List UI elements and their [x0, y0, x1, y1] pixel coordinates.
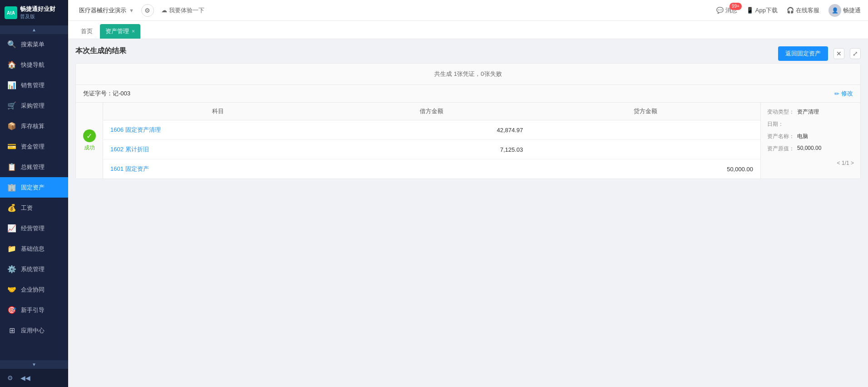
change-type-value: 资产清理 — [797, 108, 819, 116]
credit-2: 50,000.00 — [531, 159, 760, 179]
sidebar-item-label: 新手引导 — [21, 306, 45, 314]
sidebar-item-payroll[interactable]: 💰 工资 — [0, 198, 68, 218]
messages-button[interactable]: 💬 消息 99+ — [716, 6, 737, 15]
scroll-up-arrow[interactable]: ▲ — [0, 25, 68, 34]
side-pagination: < 1/1 > — [767, 160, 854, 166]
sidebar-item-base-info[interactable]: 📁 基础信息 — [0, 238, 68, 259]
tab-home[interactable]: 首页 — [75, 24, 98, 39]
table-row: 1606 固定资产清理 42,874.97 — [103, 120, 760, 140]
success-indicator: ✓ 成功 — [76, 103, 103, 179]
content-area: 本次生成的结果 返回固定资产 ✕ ⤢ 共生成 1张凭证，0张失败 凭证字号：记-… — [68, 39, 868, 387]
support-button[interactable]: 🎧 在线客服 — [787, 6, 819, 15]
sidebar-collapse-icon[interactable]: ◀◀ — [20, 374, 30, 382]
target-icon: 🎯 — [7, 306, 16, 314]
sidebar-item-label: 经营管理 — [21, 224, 45, 233]
subject-link-1[interactable]: 1602 累计折旧 — [110, 146, 149, 153]
tab-home-label: 首页 — [81, 27, 93, 35]
topbar: 医疗器械行业演示 ▼ ⚙ ☁ 我要体验一下 💬 消息 99+ 📱 App下载 🎧… — [68, 0, 868, 21]
trend-icon: 📈 — [7, 224, 16, 233]
result-summary: 共生成 1张凭证，0张失败 — [76, 64, 860, 85]
sidebar-item-ledger[interactable]: 📋 总账管理 — [0, 157, 68, 177]
sidebar-item-enterprise[interactable]: 🤝 企业协同 — [0, 279, 68, 300]
experience-text: 我要体验一下 — [169, 6, 204, 15]
side-asset-name: 资产名称： 电脑 — [767, 133, 854, 140]
next-icon[interactable]: > — [851, 160, 854, 166]
username-label: 畅捷通 — [843, 6, 861, 15]
sidebar-item-label: 快捷导航 — [21, 61, 45, 69]
voucher-main: ✓ 成功 科目 借方金额 贷方金额 — [76, 103, 760, 179]
user-menu[interactable]: 👤 畅捷通 — [828, 4, 861, 17]
col-header-subject: 科目 — [103, 103, 333, 120]
success-text: 成功 — [84, 144, 95, 152]
result-card: 共生成 1张凭证，0张失败 凭证字号：记-003 ✏ 修改 ✓ — [75, 63, 861, 179]
sidebar-item-label: 企业协同 — [21, 286, 45, 294]
sidebar-item-fixed-assets[interactable]: 🏢 固定资产 — [0, 177, 68, 198]
edit-label: 修改 — [841, 89, 853, 98]
cloud-icon: ☁ — [161, 7, 167, 14]
debit-1: 7,125.03 — [333, 140, 530, 159]
sidebar-item-label: 库存核算 — [21, 122, 45, 130]
debit-0: 42,874.97 — [333, 120, 530, 140]
sidebar-item-finance[interactable]: 💳 资金管理 — [0, 136, 68, 157]
search-icon: 🔍 — [7, 40, 16, 49]
headset-icon: 🎧 — [787, 7, 794, 14]
credit-1 — [531, 140, 760, 159]
subject-link-2[interactable]: 1601 固定资产 — [110, 165, 149, 172]
side-change-type: 变动类型： 资产清理 — [767, 108, 854, 116]
sidebar: AtA 畅捷通好业财 普及版 ▲ 🔍 搜索菜单 🏠 快捷导航 📊 销售管理 🛒 … — [0, 0, 68, 387]
table-row: 1601 固定资产 50,000.00 — [103, 159, 760, 179]
sidebar-item-guide[interactable]: 🎯 新手引导 — [0, 300, 68, 320]
sidebar-settings-icon[interactable]: ⚙ — [7, 374, 13, 382]
success-badge: ✓ 成功 — [83, 129, 96, 152]
sidebar-item-search[interactable]: 🔍 搜索菜单 — [0, 34, 68, 55]
card-icon: 💳 — [7, 142, 16, 151]
clipboard-icon: 📋 — [7, 163, 16, 171]
chevron-up-icon: ▲ — [32, 27, 36, 32]
tab-bar: 首页 资产管理 × — [68, 21, 868, 39]
topbar-settings-button[interactable]: ⚙ — [141, 4, 154, 17]
company-selector[interactable]: 医疗器械行业演示 ▼ — [75, 5, 138, 16]
sidebar-item-purchase[interactable]: 🛒 采购管理 — [0, 95, 68, 116]
tab-close-icon[interactable]: × — [132, 28, 135, 35]
voucher-table-wrapper: 科目 借方金额 贷方金额 1606 固定资产清理 — [103, 103, 760, 179]
edit-button[interactable]: ✏ 修改 — [834, 89, 853, 98]
scroll-down-arrow[interactable]: ▼ — [0, 360, 68, 369]
money-icon: 💰 — [7, 203, 16, 212]
sidebar-item-label: 系统管理 — [21, 265, 45, 273]
close-icon: ✕ — [836, 50, 842, 57]
return-button[interactable]: 返回固定资产 — [778, 46, 828, 61]
logo-icon: AtA — [5, 6, 17, 19]
side-date: 日期： — [767, 120, 854, 128]
sidebar-item-app-center[interactable]: ⊞ 应用中心 — [0, 320, 68, 341]
success-circle: ✓ — [83, 129, 96, 142]
sidebar-item-label: 搜索菜单 — [21, 40, 45, 49]
change-type-label: 变动类型： — [767, 108, 794, 116]
gear-icon: ⚙️ — [7, 265, 16, 273]
experience-button[interactable]: ☁ 我要体验一下 — [158, 5, 208, 16]
debit-2 — [333, 159, 530, 179]
sidebar-item-quick-nav[interactable]: 🏠 快捷导航 — [0, 55, 68, 75]
app-download-button[interactable]: 📱 App下载 — [746, 6, 778, 15]
side-asset-original: 资产原值： 50,000.00 — [767, 145, 854, 153]
logo-sub: 普及版 — [20, 13, 55, 20]
expand-panel-button[interactable]: ⤢ — [850, 48, 861, 59]
grid-icon: ⊞ — [7, 326, 16, 335]
box-icon: 📦 — [7, 122, 16, 130]
sidebar-item-inventory[interactable]: 📦 库存核算 — [0, 116, 68, 136]
tab-asset-mgmt[interactable]: 资产管理 × — [100, 24, 140, 39]
logo-text: 畅捷通好业财 — [20, 5, 55, 13]
sidebar-nav: 🔍 搜索菜单 🏠 快捷导航 📊 销售管理 🛒 采购管理 📦 库存核算 💳 资金管… — [0, 34, 68, 360]
sidebar-item-operations[interactable]: 📈 经营管理 — [0, 218, 68, 238]
sidebar-item-sales[interactable]: 📊 销售管理 — [0, 75, 68, 95]
app-download-label: App下载 — [755, 6, 778, 15]
sidebar-item-label: 总账管理 — [21, 163, 45, 171]
chevron-down-icon: ▼ — [32, 362, 36, 367]
app-logo: AtA 畅捷通好业财 普及版 — [0, 0, 68, 25]
subject-link-0[interactable]: 1606 固定资产清理 — [110, 126, 161, 133]
chart-icon: 📊 — [7, 81, 16, 89]
prev-icon[interactable]: < — [837, 160, 840, 166]
col-header-credit: 贷方金额 — [531, 103, 760, 120]
sidebar-item-system[interactable]: ⚙️ 系统管理 — [0, 259, 68, 279]
close-panel-button[interactable]: ✕ — [833, 48, 844, 59]
building-icon: 🏢 — [7, 183, 16, 192]
